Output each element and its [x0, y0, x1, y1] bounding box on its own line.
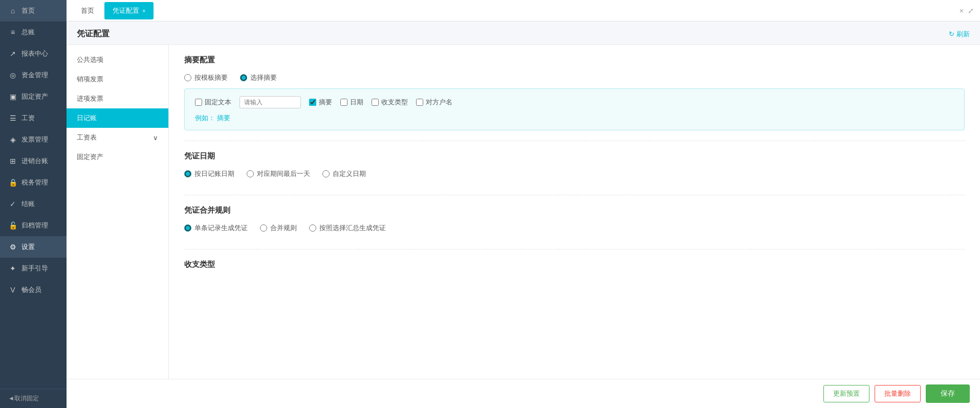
fixed-text-input[interactable]: [239, 96, 301, 108]
minimize-icon[interactable]: ×: [960, 7, 964, 15]
checkbox-fixed-text[interactable]: 固定文本: [195, 98, 231, 107]
sidebar-item-tax[interactable]: 🔒 税务管理: [0, 172, 67, 193]
tax-icon: 🔒: [8, 178, 17, 187]
sidebar-item-assets[interactable]: ▣ 固定资产: [0, 86, 67, 107]
page-title: 凭证配置: [77, 29, 110, 39]
sidebar-item-invoice-mgmt[interactable]: ◈ 发票管理: [0, 129, 67, 150]
radio-single-record-input[interactable]: [184, 224, 191, 232]
summary-config-box: 固定文本 摘要 日期 收支类型: [184, 88, 965, 130]
tab-close-icon[interactable]: ×: [142, 8, 145, 14]
tab-actions: × ⤢: [960, 7, 974, 15]
sidebar-item-closing[interactable]: ✓ 结账: [0, 193, 67, 215]
tab-voucher-config[interactable]: 凭证配置 ×: [104, 2, 154, 19]
radio-single-record[interactable]: 单条记录生成凭证: [184, 223, 248, 233]
radio-template-summary[interactable]: 按模板摘要: [184, 73, 228, 82]
main-area: 首页 凭证配置 × × ⤢ 凭证配置 ↻ 刷新 公共选项 销项发票 进项: [67, 0, 980, 408]
checkbox-income-type[interactable]: 收支类型: [372, 98, 408, 107]
checkbox-summary-input[interactable]: [309, 99, 316, 106]
radio-custom-date[interactable]: 自定义日期: [322, 169, 366, 178]
radio-custom-date-input[interactable]: [322, 170, 330, 177]
salary-icon: ☰: [8, 114, 17, 122]
chevron-down-icon: ∨: [153, 134, 158, 142]
radio-journal-date[interactable]: 按日记账日期: [184, 169, 234, 178]
fullscreen-icon[interactable]: ⤢: [968, 7, 974, 15]
radio-select-aggregate[interactable]: 按照选择汇总生成凭证: [309, 223, 386, 233]
checkbox-date-input[interactable]: [340, 99, 347, 106]
checkbox-counterparty[interactable]: 对方户名: [416, 98, 452, 107]
purchase-sales-icon: ⊞: [8, 157, 17, 165]
settings-icon: ⚙: [8, 243, 17, 251]
page-header: 凭证配置 ↻ 刷新: [67, 21, 980, 45]
home-icon: ⌂: [8, 7, 17, 15]
sidebar-item-reports[interactable]: ↗ 报表中心: [0, 43, 67, 64]
invoice-mgmt-icon: ◈: [8, 135, 17, 144]
radio-select-summary-input[interactable]: [240, 74, 247, 81]
summary-section: 摘要配置 按模板摘要 选择摘要 固定文本: [184, 55, 965, 141]
checkbox-summary[interactable]: 摘要: [309, 98, 332, 107]
income-type-section: 收支类型: [184, 260, 965, 288]
sidebar-item-archive[interactable]: 🔓 归档管理: [0, 215, 67, 236]
sidebar-item-ledger[interactable]: ≡ 总账: [0, 21, 67, 43]
save-button[interactable]: 保存: [926, 384, 970, 403]
summary-checkbox-group: 固定文本 摘要 日期 收支类型: [195, 96, 954, 108]
checkbox-fixed-text-input[interactable]: [195, 99, 202, 106]
left-nav-payroll[interactable]: 工资表 ∨: [67, 128, 168, 147]
left-nav-journal[interactable]: 日记账: [67, 108, 168, 128]
radio-template-summary-input[interactable]: [184, 74, 191, 81]
radio-journal-date-input[interactable]: [184, 170, 191, 177]
reports-icon: ↗: [8, 50, 17, 58]
date-title: 凭证日期: [184, 151, 965, 161]
summary-example: 例如： 摘要: [195, 114, 954, 123]
radio-due-date-input[interactable]: [247, 170, 254, 177]
sidebar-item-funds[interactable]: ◎ 资金管理: [0, 64, 67, 86]
radio-due-date[interactable]: 对应期间最后一天: [247, 169, 310, 178]
merge-title: 凭证合并规则: [184, 206, 965, 215]
right-content: 摘要配置 按模板摘要 选择摘要 固定文本: [169, 45, 980, 379]
update-preview-button[interactable]: 更新预置: [823, 385, 869, 402]
left-nav: 公共选项 销项发票 进项发票 日记账 工资表 ∨ 固定资产: [67, 45, 169, 379]
sidebar-item-salary[interactable]: ☰ 工资: [0, 107, 67, 129]
left-nav-public[interactable]: 公共选项: [67, 50, 168, 70]
radio-merge-rule-input[interactable]: [260, 224, 267, 232]
member-icon: V: [8, 286, 17, 294]
checkbox-date[interactable]: 日期: [340, 98, 363, 107]
guide-icon: ✦: [8, 264, 17, 273]
archive-icon: 🔓: [8, 221, 17, 230]
ledger-icon: ≡: [8, 28, 17, 36]
radio-merge-rule[interactable]: 合并规则: [260, 223, 297, 233]
tab-bar: 首页 凭证配置 × × ⤢: [67, 0, 980, 21]
tab-home[interactable]: 首页: [73, 2, 102, 19]
bottom-bar: 更新预置 批量删除 保存: [67, 379, 980, 408]
sidebar-item-guide[interactable]: ✦ 新手引导: [0, 258, 67, 279]
date-section: 凭证日期 按日记账日期 对应期间最后一天 自定义日期: [184, 151, 965, 195]
left-nav-sales-invoice[interactable]: 销项发票: [67, 70, 168, 89]
content-area: 公共选项 销项发票 进项发票 日记账 工资表 ∨ 固定资产 摘要配置: [67, 45, 980, 379]
sidebar-item-purchase-sales[interactable]: ⊞ 进销台账: [0, 150, 67, 172]
sidebar: ⌂ 首页 ≡ 总账 ↗ 报表中心 ◎ 资金管理 ▣ 固定资产 ☰ 工资 ◈ 发票…: [0, 0, 67, 408]
merge-section: 凭证合并规则 单条记录生成凭证 合并规则 按照选择汇总生成凭证: [184, 206, 965, 250]
refresh-icon: ↻: [949, 30, 954, 38]
batch-delete-button[interactable]: 批量删除: [875, 385, 921, 402]
closing-icon: ✓: [8, 200, 17, 208]
date-radio-group: 按日记账日期 对应期间最后一天 自定义日期: [184, 169, 965, 178]
sidebar-item-home[interactable]: ⌂ 首页: [0, 0, 67, 21]
left-nav-purchase-invoice[interactable]: 进项发票: [67, 89, 168, 108]
left-nav-fixed-assets[interactable]: 固定资产: [67, 147, 168, 167]
sidebar-item-member[interactable]: V 畅会员: [0, 279, 67, 301]
assets-icon: ▣: [8, 93, 17, 101]
merge-radio-group: 单条记录生成凭证 合并规则 按照选择汇总生成凭证: [184, 223, 965, 233]
sidebar-item-settings[interactable]: ⚙ 设置: [0, 236, 67, 258]
summary-title: 摘要配置: [184, 55, 965, 65]
funds-icon: ◎: [8, 71, 17, 79]
refresh-button[interactable]: ↻ 刷新: [949, 30, 970, 39]
radio-select-aggregate-input[interactable]: [309, 224, 316, 232]
checkbox-income-type-input[interactable]: [372, 99, 379, 106]
radio-select-summary[interactable]: 选择摘要: [240, 73, 277, 82]
summary-radio-group: 按模板摘要 选择摘要: [184, 73, 965, 82]
income-type-title: 收支类型: [184, 260, 965, 269]
checkbox-counterparty-input[interactable]: [416, 99, 423, 106]
sidebar-unpin-button[interactable]: ◄取消固定: [0, 389, 67, 408]
